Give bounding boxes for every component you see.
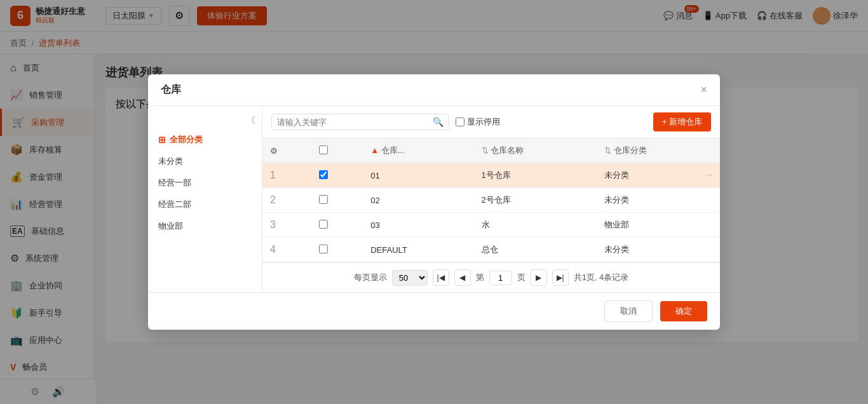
row-category: 未分类··· — [597, 163, 720, 188]
table-row[interactable]: 3 03 水 物业部 — [262, 213, 720, 238]
modal-header: 仓库 × — [148, 74, 720, 106]
pagination-row: 每页显示 50 100 |◀ ◀ 第 页 ▶ ▶| 共1页, 4条记录 — [262, 262, 720, 292]
search-icon[interactable]: 🔍 — [433, 117, 444, 127]
row-gear-icon: 3 — [262, 213, 311, 238]
first-page-button[interactable]: |◀ — [433, 269, 449, 286]
row-actions-icon[interactable]: ··· — [705, 170, 712, 179]
row-checkbox[interactable] — [319, 245, 328, 253]
col-settings[interactable]: ⚙ — [262, 138, 311, 163]
show-disabled-label: 显示停用 — [456, 116, 500, 128]
close-button[interactable]: × — [700, 83, 707, 97]
page-suffix: 页 — [517, 272, 526, 283]
col-code[interactable]: ▲ 仓库... — [363, 138, 473, 163]
category-dept2-label: 经营二部 — [158, 199, 191, 210]
col-checkbox[interactable] — [311, 138, 363, 163]
add-warehouse-button[interactable]: + 新增仓库 — [653, 112, 711, 131]
confirm-button[interactable]: 确定 — [660, 301, 707, 321]
prev-page-button[interactable]: ◀ — [454, 269, 471, 286]
per-page-label: 每页显示 — [354, 272, 387, 283]
category-all[interactable]: ⊞ 全部分类 — [148, 129, 262, 151]
warehouse-modal: 仓库 × 《 ⊞ 全部分类 未分类 经营一部 经营二部 — [148, 74, 720, 330]
row-checkbox[interactable] — [319, 220, 328, 229]
category-all-label: 全部分类 — [170, 134, 203, 145]
row-code: 03 — [363, 213, 473, 238]
grid-icon: ⊞ — [158, 135, 166, 145]
row-category: 物业部 — [597, 213, 720, 238]
row-checkbox-cell[interactable] — [311, 163, 363, 188]
row-category: 未分类 — [597, 238, 720, 262]
modal-overlay[interactable]: 仓库 × 《 ⊞ 全部分类 未分类 经营一部 经营二部 — [0, 0, 868, 404]
category-unclassified[interactable]: 未分类 — [148, 151, 262, 172]
row-code: 02 — [363, 188, 473, 213]
category-dept1-label: 经营一部 — [158, 177, 191, 189]
col-name[interactable]: ⇅ 仓库名称 — [474, 138, 597, 163]
search-box: 🔍 — [271, 114, 449, 130]
modal-body: 《 ⊞ 全部分类 未分类 经营一部 经营二部 物业部 — [148, 106, 720, 292]
per-page-select[interactable]: 50 100 — [392, 270, 428, 286]
table-wrap: ⚙ ▲ 仓库... ⇅ 仓库名称 — [262, 138, 720, 262]
row-name: 水 — [474, 213, 597, 238]
show-disabled-checkbox[interactable] — [456, 118, 465, 126]
row-gear-icon: 1 — [262, 163, 311, 188]
col-cat-sort-icon: ⇅ — [604, 145, 611, 155]
row-checkbox-cell[interactable] — [311, 238, 363, 262]
select-all-checkbox[interactable] — [319, 145, 328, 154]
page-label: 第 — [476, 272, 484, 283]
col-name-sort-icon: ⇅ — [482, 145, 489, 155]
row-name: 2号仓库 — [474, 188, 597, 213]
table-row[interactable]: 2 02 2号仓库 未分类 — [262, 188, 720, 213]
total-label: 共1页, 4条记录 — [574, 272, 629, 283]
row-gear-icon: 4 — [262, 238, 311, 262]
row-checkbox-cell[interactable] — [311, 188, 363, 213]
toolbar: 🔍 显示停用 + 新增仓库 — [262, 106, 720, 138]
modal-title: 仓库 — [161, 83, 181, 97]
table-row[interactable]: 1 01 1号仓库 未分类··· — [262, 163, 720, 188]
modal-footer: 取消 确定 — [148, 292, 720, 330]
next-page-button[interactable]: ▶ — [531, 269, 547, 286]
category-dept2[interactable]: 经营二部 — [148, 194, 262, 215]
row-code: DEFAULT — [363, 238, 473, 262]
categories-panel: 《 ⊞ 全部分类 未分类 经营一部 经营二部 物业部 — [148, 106, 262, 292]
table-row[interactable]: 4 DEFAULT 总仓 未分类 — [262, 238, 720, 262]
category-property[interactable]: 物业部 — [148, 215, 262, 237]
last-page-button[interactable]: ▶| — [552, 269, 569, 286]
row-code: 01 — [363, 163, 473, 188]
row-name: 1号仓库 — [474, 163, 597, 188]
category-dept1[interactable]: 经营一部 — [148, 172, 262, 194]
show-disabled-text: 显示停用 — [467, 116, 500, 128]
row-category: 未分类 — [597, 188, 720, 213]
row-gear-icon: 2 — [262, 188, 311, 213]
search-input[interactable] — [277, 118, 433, 127]
row-checkbox[interactable] — [319, 170, 328, 179]
collapse-button[interactable]: 《 — [148, 112, 262, 129]
sort-icon: ▲ — [370, 145, 379, 155]
col-category[interactable]: ⇅ 仓库分类 — [597, 138, 720, 163]
category-property-label: 物业部 — [158, 220, 183, 232]
warehouse-table: ⚙ ▲ 仓库... ⇅ 仓库名称 — [262, 138, 720, 262]
cancel-button[interactable]: 取消 — [604, 300, 653, 322]
row-checkbox-cell[interactable] — [311, 213, 363, 238]
page-input[interactable] — [489, 271, 512, 285]
category-unclassified-label: 未分类 — [158, 156, 183, 167]
row-name: 总仓 — [474, 238, 597, 262]
right-panel: 🔍 显示停用 + 新增仓库 ⚙ — [262, 106, 720, 292]
row-checkbox[interactable] — [319, 195, 328, 204]
